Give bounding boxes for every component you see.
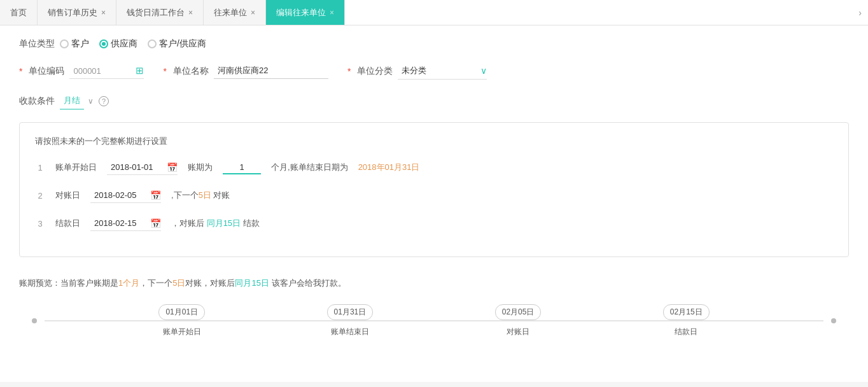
timeline-point-1: 01月01日 账单开始日	[158, 304, 205, 337]
tab-bar: 首页 销售订单历史 × 钱货日清工作台 × 往来单位 × 编辑往来单位 × ›	[0, 0, 868, 25]
tab-sales-history[interactable]: 销售订单历史 ×	[38, 0, 116, 25]
help-icon[interactable]: ?	[99, 96, 109, 106]
reconcile-date-calendar-icon[interactable]: 📅	[150, 190, 161, 201]
preview-section: 账期预览：当前客户账期是1个月，下一个5日对账，对账后同月15日 该客户会给我打…	[19, 267, 849, 344]
payment-terms-row: 收款条件 月结 ∨ ?	[19, 92, 849, 109]
unit-code-field: ⊞	[69, 64, 144, 79]
timeline-label-4: 02月15日	[663, 304, 710, 320]
preview-mid1: ，下一个	[139, 278, 172, 288]
period-row-2: 2 对账日 📅 ,下一个5日 对账	[35, 188, 833, 203]
unit-category-select[interactable]: 未分类 ∨	[398, 62, 487, 80]
close-sales-history[interactable]: ×	[101, 8, 106, 17]
timeline-sublabel-1: 账单开始日	[163, 327, 201, 337]
reconcile-date-input[interactable]	[90, 188, 148, 202]
period-1-desc-prefix: 账期为	[188, 162, 213, 173]
radio-circle-both	[148, 39, 157, 48]
payment-date-field: 📅	[90, 216, 161, 231]
unit-category-group: * 单位分类 未分类 ∨	[347, 62, 487, 80]
preview-text: 账期预览：当前客户账期是1个月，下一个5日对账，对账后同月15日 该客户会给我打…	[19, 278, 849, 289]
reconcile-date-field: 📅	[90, 188, 161, 203]
unit-category-value: 未分类	[398, 62, 478, 79]
preview-part2: 5日	[172, 278, 185, 288]
close-edit-partner[interactable]: ×	[330, 8, 334, 17]
reconcile-day-highlight: 5日	[199, 190, 211, 200]
period-instruction: 请按照未来的一个完整帐期进行设置	[35, 136, 833, 147]
unit-type-group: 单位类型 客户 供应商 客户/供应商	[19, 38, 206, 50]
timeline: 01月01日 账单开始日 01月31日 账单结束日 02月05日 对账日 02月…	[19, 304, 849, 337]
period-months-input[interactable]: 1	[223, 161, 261, 174]
period-num-3: 3	[35, 219, 45, 229]
unit-code-input[interactable]	[69, 64, 133, 78]
tab-edit-partner[interactable]: 编辑往来单位 ×	[266, 0, 345, 25]
timeline-sublabel-3: 对账日	[507, 327, 529, 337]
timeline-points: 01月01日 账单开始日 01月31日 账单结束日 02月05日 对账日 02月…	[57, 304, 811, 337]
unit-name-label: 单位名称	[173, 66, 209, 77]
radio-both[interactable]: 客户/供应商	[148, 38, 206, 50]
period-label-3: 结款日	[55, 218, 80, 229]
timeline-end-dot	[831, 318, 836, 323]
timeline-sublabel-2: 账单结束日	[331, 327, 369, 337]
period-1-desc-suffix: 个月,账单结束日期为	[271, 162, 348, 173]
preview-suffix: 该客户会给我打款。	[272, 278, 346, 288]
period-row-3: 3 结款日 📅 ，对账后 同月15日 结款	[35, 216, 833, 231]
unit-name-group: * 单位名称	[163, 64, 328, 79]
timeline-label-2: 01月31日	[327, 304, 374, 320]
preview-prefix: 账期预览：当前客户账期是	[19, 278, 118, 288]
timeline-start-dot	[32, 318, 37, 323]
radio-circle-customer	[60, 39, 69, 48]
period-settings-box: 请按照未来的一个完整帐期进行设置 1 账单开始日 📅 账期为 1 个月,账单结束…	[19, 122, 849, 257]
preview-part3: 同月15日	[235, 278, 269, 288]
start-date-field: 📅	[107, 160, 178, 175]
period-label-2: 对账日	[55, 190, 80, 201]
timeline-point-3: 02月05日 对账日	[495, 304, 542, 337]
category-dropdown-icon: ∨	[480, 66, 487, 76]
timeline-label-1: 01月01日	[158, 304, 205, 320]
period-row-1: 1 账单开始日 📅 账期为 1 个月,账单结束日期为 2018年01月31日	[35, 160, 833, 175]
period-end-date-highlight: 2018年01月31日	[358, 162, 420, 173]
timeline-point-4: 02月15日 结款日	[663, 304, 710, 337]
tab-cash-work[interactable]: 钱货日清工作台 ×	[116, 0, 204, 25]
payment-terms-group: 收款条件 月结 ∨ ?	[19, 92, 109, 109]
radio-circle-supplier	[99, 39, 108, 48]
period-2-desc: ,下一个5日 对账	[171, 190, 230, 201]
unit-info-row: * 单位编码 ⊞ * 单位名称 * 单位分类 未分类 ∨	[19, 62, 849, 80]
unit-type-radios: 客户 供应商 客户/供应商	[60, 38, 206, 50]
payment-terms-label: 收款条件	[19, 95, 55, 107]
main-content: 单位类型 客户 供应商 客户/供应商 * 单位编码	[0, 25, 868, 382]
unit-type-label: 单位类型	[19, 38, 55, 50]
payment-terms-dropdown[interactable]: 月结 ∨	[60, 92, 94, 109]
close-cash-work[interactable]: ×	[188, 8, 193, 17]
period-num-1: 1	[35, 163, 45, 172]
payment-date-calendar-icon[interactable]: 📅	[150, 218, 161, 229]
unit-code-label: 单位编码	[29, 66, 64, 77]
payment-date-input[interactable]	[90, 216, 148, 230]
preview-part1: 1个月	[118, 278, 139, 288]
unit-type-row: 单位类型 客户 供应商 客户/供应商	[19, 38, 849, 50]
preview-mid2: 对账，对账后	[185, 278, 235, 288]
period-num-2: 2	[35, 191, 45, 201]
radio-supplier[interactable]: 供应商	[99, 38, 137, 50]
period-3-desc: ，对账后 同月15日 结款	[171, 218, 260, 229]
unit-name-input[interactable]	[214, 64, 328, 79]
payment-dropdown-chevron: ∨	[88, 97, 94, 106]
period-label-1: 账单开始日	[55, 162, 97, 173]
tab-partner[interactable]: 往来单位 ×	[204, 0, 266, 25]
unit-category-label: 单位分类	[357, 66, 393, 77]
payment-terms-value: 月结	[60, 92, 84, 109]
copy-icon[interactable]: ⊞	[136, 65, 144, 76]
start-date-calendar-icon[interactable]: 📅	[167, 162, 178, 172]
timeline-point-2: 01月31日 账单结束日	[327, 304, 374, 337]
radio-customer[interactable]: 客户	[60, 38, 89, 50]
unit-code-group: * 单位编码 ⊞	[19, 64, 144, 79]
payment-day-highlight: 同月15日	[207, 218, 241, 228]
timeline-label-3: 02月05日	[495, 304, 542, 320]
timeline-sublabel-4: 结款日	[675, 327, 697, 337]
tab-more-button[interactable]: ›	[852, 0, 868, 25]
close-partner[interactable]: ×	[251, 8, 255, 17]
tab-home[interactable]: 首页	[0, 0, 38, 25]
start-date-input[interactable]	[107, 160, 164, 174]
